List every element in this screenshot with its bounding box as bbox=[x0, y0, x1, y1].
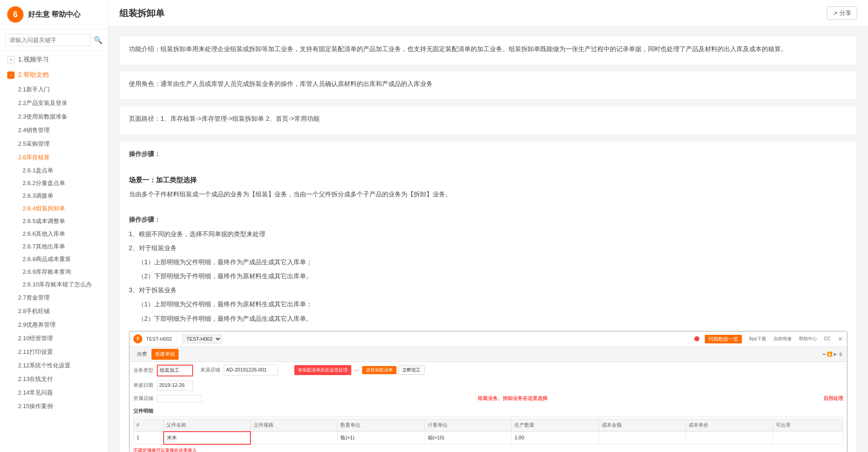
upper-col-outstock: 可出库 bbox=[773, 419, 843, 431]
upper-cell-seq: 1 bbox=[134, 432, 164, 444]
source-label: 来源店铺 bbox=[200, 366, 220, 375]
sidebar-item-newcomer-label: 2.1新手入门 bbox=[18, 86, 50, 94]
sidebar-item-stock-query-label: 2.6.9库存账本查询 bbox=[23, 268, 71, 275]
sidebar-item-custom-label: 2.12系统个性化设置 bbox=[18, 362, 71, 370]
steps-block: 操作步骤： 场景一：加工类型选择 当由多个子件材料组装成一个成品的业务为【组装】… bbox=[119, 141, 857, 452]
date-label: 单据日期 bbox=[133, 381, 153, 390]
intro-text: 功能介绍：组装拆卸单用来处理企业组装或拆卸等加工业务，支持有固定装配清单的产品加… bbox=[129, 43, 848, 55]
sidebar-item-payment-label: 2.13在线支付 bbox=[18, 375, 53, 383]
scene1-desc: 当由多个子件材料组装成一个成品的业务为【组装】业务，当由一个父件拆分成多个子产品… bbox=[129, 189, 848, 200]
logo-area: 6 好生意 帮助中心 bbox=[0, 0, 108, 29]
org-input[interactable] bbox=[157, 395, 202, 402]
sidebar-item-adjust[interactable]: 2.6.3调拨单 bbox=[0, 190, 108, 202]
expand-icon: + bbox=[7, 56, 14, 63]
tab-self[interactable]: 自费 bbox=[133, 349, 151, 360]
search-icon[interactable]: 🔍 bbox=[94, 36, 103, 44]
company-name: TEST-H002 bbox=[146, 335, 172, 344]
sidebar-item-account-error-label: 2.6.10库存账本错了怎么办 bbox=[23, 281, 92, 288]
sidebar-item-inventory[interactable]: 2.6库存核算 bbox=[0, 151, 108, 164]
sidebar-item-mobile-label: 2.8手机旺铺 bbox=[18, 307, 50, 315]
upper-table-header-label: 父件明细 bbox=[133, 407, 843, 417]
sidebar-item-other-out[interactable]: 2.6.7其他出库单 bbox=[0, 240, 108, 253]
upper-col-spec: 父件规格 bbox=[250, 419, 337, 431]
upper-col-seq: # bbox=[134, 419, 164, 431]
form-area: 业务类型 组装加工 单据日期 2019-12-26 来源店 bbox=[130, 362, 847, 452]
sidebar-item-print-label: 2.11打印设置 bbox=[18, 348, 53, 356]
search-area[interactable]: 🔍 bbox=[0, 29, 108, 51]
sync-button[interactable]: 同期数据一览 bbox=[705, 335, 742, 343]
upper-col-name: 父件名称 bbox=[164, 419, 250, 431]
screenshot-container: 6 TEST-H002 | TEST-H002 🔴 同期数据一览 App下载 自… bbox=[129, 331, 848, 452]
sidebar-item-goods-cost[interactable]: 2.6.8商品成本重算 bbox=[0, 253, 108, 266]
upper-cell-name: 米米 bbox=[164, 432, 250, 444]
upper-cell-outstock bbox=[773, 432, 843, 444]
steps-label: 操作步骤： bbox=[129, 148, 848, 160]
business-type-row: 业务类型 组装加工 bbox=[133, 365, 193, 376]
sidebar-item-account-error[interactable]: 2.6.10库存账本错了怎么办 bbox=[0, 278, 108, 291]
source-row: 来源店铺 AD-20191226-001 bbox=[200, 365, 278, 376]
sidebar-item-mobile[interactable]: 2.8手机旺铺 bbox=[0, 305, 108, 318]
sidebar-item-inventory-label: 2.6库存核算 bbox=[18, 153, 50, 162]
org-row: 所属店铺 组装业务、拆卸业务在这里选择 启用处理 bbox=[133, 394, 843, 403]
sidebar-item-faq[interactable]: 2.14常见问题 bbox=[0, 386, 108, 400]
sidebar-item-goods-cost-label: 2.6.8商品成本重算 bbox=[23, 256, 71, 262]
role-text: 使用角色：通常由生产人员或库管人员完成拆装业务的操作，库管人员确认原材料的出库和… bbox=[129, 78, 848, 90]
process-annotation: 启用处理 bbox=[823, 394, 843, 403]
sidebar-item-partial[interactable]: 2.6.2分量盘点单 bbox=[0, 177, 108, 190]
date-value[interactable]: 2019-12-26 bbox=[157, 380, 193, 391]
upper-cell-measure: 箱(×10) bbox=[425, 432, 511, 444]
sidebar-item-purchase[interactable]: 2.5采购管理 bbox=[0, 137, 108, 151]
sidebar-item-assembly[interactable]: 2.6.4组装拆卸单 bbox=[0, 202, 108, 215]
sidebar-item-payment[interactable]: 2.13在线支付 bbox=[0, 372, 108, 386]
main-content: 组装拆卸单 ↗ 分享 功能介绍：组装拆卸单用来处理企业组装或拆卸等加工业务，支持… bbox=[108, 0, 868, 452]
app-topbar: 6 TEST-H002 | TEST-H002 🔴 同期数据一览 App下载 自… bbox=[130, 332, 847, 347]
share-button[interactable]: ↗ 分享 bbox=[827, 6, 857, 20]
company-select[interactable]: TEST-H002 bbox=[182, 334, 222, 343]
form-mid: 来源店铺 AD-20191226-001 bbox=[200, 365, 278, 377]
annotation-area: 有装配清单的在这里处理 ← 选择装配清单 立即完工 bbox=[294, 365, 425, 376]
sidebar-item-cases[interactable]: 2.15操作案例 bbox=[0, 400, 108, 413]
sidebar-item-operation-label: 2.10经营管理 bbox=[18, 334, 53, 343]
sidebar-item-adjust-label: 2.6.3调拨单 bbox=[23, 192, 53, 199]
bottom-annotation: 不固定清单可以直接在这里录入 bbox=[133, 447, 843, 452]
sidebar-item-custom[interactable]: 2.12系统个性化设置 bbox=[0, 359, 108, 372]
sidebar-item-stocktake[interactable]: 2.6.1盘点单 bbox=[0, 164, 108, 177]
sidebar-item-other-in[interactable]: 2.6.6其他入库单 bbox=[0, 228, 108, 240]
tab-container: 自费 新建单据 bbox=[133, 347, 179, 362]
search-input[interactable] bbox=[5, 34, 91, 46]
type-value[interactable]: 组装加工 bbox=[157, 365, 193, 376]
sidebar-item-install[interactable]: 2.2产品安装及登录 bbox=[0, 96, 108, 110]
role-block: 使用角色：通常由生产人员或库管人员完成拆装业务的操作，库管人员确认原材料的出库和… bbox=[119, 71, 857, 100]
confirm-btn[interactable]: 立即完工 bbox=[398, 366, 425, 375]
sidebar-item-newcomer[interactable]: 2.1新手入门 bbox=[0, 83, 108, 96]
sidebar-item-docs[interactable]: − 2.帮助文档 bbox=[0, 67, 108, 83]
sidebar-item-cost[interactable]: 2.6.5成本调整单 bbox=[0, 215, 108, 228]
step2: 2、对于组装业务 bbox=[129, 243, 848, 254]
tab-new[interactable]: 新建单据 bbox=[151, 349, 179, 360]
content-area: 功能介绍：组装拆卸单用来处理企业组装或拆卸等加工业务，支持有固定装配清单的产品加… bbox=[108, 27, 868, 452]
app-window: 6 TEST-H002 | TEST-H002 🔴 同期数据一览 App下载 自… bbox=[129, 331, 847, 452]
select-assembly-btn[interactable]: 选择装配清单 bbox=[362, 366, 396, 374]
sidebar-item-finance[interactable]: 2.7资金管理 bbox=[0, 291, 108, 305]
form-row-main: 业务类型 组装加工 单据日期 2019-12-26 来源店 bbox=[133, 365, 843, 393]
step3-1: （1）上部明细为父件明细，最终作为原材料生成其它出库单； bbox=[129, 299, 848, 310]
upper-col-qty: 生产数量 bbox=[512, 419, 599, 431]
sidebar-item-video[interactable]: + 1.视频学习 bbox=[0, 52, 108, 67]
upper-cell-spec bbox=[250, 432, 337, 444]
share-icon: ↗ bbox=[833, 10, 838, 17]
step3: 3、对于拆装业务 bbox=[129, 285, 848, 296]
sidebar-item-sales[interactable]: 2.4销售管理 bbox=[0, 124, 108, 137]
upper-col-measure: 计量单位 bbox=[425, 419, 511, 431]
sidebar-item-coupon[interactable]: 2.9优惠券管理 bbox=[0, 318, 108, 332]
app-logo-icon: 6 bbox=[133, 334, 142, 343]
logo-icon: 6 bbox=[7, 6, 24, 23]
sidebar-item-print[interactable]: 2.11打印设置 bbox=[0, 345, 108, 359]
upper-cell-unit: 瓶(×1) bbox=[338, 432, 425, 444]
path-block: 页面路径：1、库存核算->库存管理->组装拆卸单 2、首页->常用功能 bbox=[119, 105, 857, 135]
sidebar-item-operation[interactable]: 2.10经营管理 bbox=[0, 332, 108, 345]
sidebar-item-stock-query[interactable]: 2.6.9库存账本查询 bbox=[0, 266, 108, 278]
form-left: 业务类型 组装加工 单据日期 2019-12-26 bbox=[133, 365, 193, 393]
section-annotation: 组装业务、拆卸业务在这里选择 bbox=[478, 394, 547, 403]
sidebar-item-stocktake-label: 2.6.1盘点单 bbox=[23, 167, 53, 174]
sidebar-item-prepare[interactable]: 2.3使用前数据准备 bbox=[0, 110, 108, 124]
